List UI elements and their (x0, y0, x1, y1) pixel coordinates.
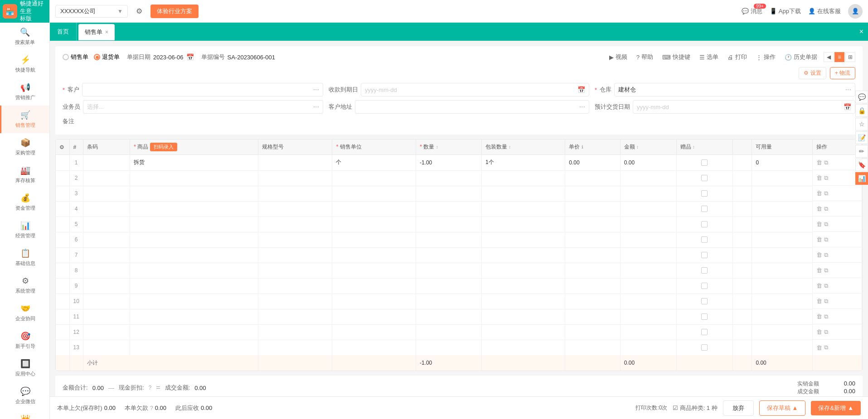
sidebar-item-operations[interactable]: 📊 经营管理 (0, 216, 49, 244)
row-unit-cell[interactable]: 个 (332, 155, 416, 171)
delete-row-icon[interactable]: 🗑 (816, 344, 822, 351)
row-op-cell[interactable]: 🗑 ⧉ (813, 170, 862, 186)
copy-row-icon[interactable]: ⧉ (824, 298, 828, 305)
row-unit-cell[interactable] (332, 186, 416, 201)
row-product-cell[interactable] (130, 294, 258, 309)
sidebar-item-system[interactable]: ⚙ 系统管理 (0, 271, 49, 299)
copy-row-icon[interactable]: ⧉ (824, 205, 828, 212)
row-op-cell[interactable]: 🗑 ⧉ (813, 247, 862, 263)
row-barcode-cell[interactable] (83, 201, 130, 217)
rf-chat-icon[interactable]: 💬 (855, 91, 868, 103)
sidebar-item-finance[interactable]: 💰 资金管理 (0, 188, 49, 216)
row-op-cell[interactable]: 🗑 ⧉ (813, 340, 862, 355)
row-pkg-cell[interactable] (481, 247, 565, 263)
due-date-calendar-icon[interactable]: 📅 (577, 86, 585, 93)
row-price-cell[interactable] (565, 186, 620, 201)
rf-note-icon[interactable]: 📝 (855, 131, 868, 144)
row-price-cell[interactable] (565, 324, 620, 340)
sidebar-search[interactable]: 🔍 搜索菜单 (0, 23, 49, 50)
row-amount-cell[interactable] (620, 309, 676, 324)
row-quantity-cell[interactable] (416, 201, 481, 217)
calendar-icon[interactable]: 📅 (186, 53, 194, 61)
due-date-input[interactable]: yyyy-mm-dd 📅 (361, 83, 589, 96)
radio-return-order[interactable]: 退货单 (94, 53, 120, 61)
grid-view-btn[interactable]: ⊞ (845, 52, 855, 62)
delete-row-icon[interactable]: 🗑 (816, 267, 822, 274)
row-barcode-cell[interactable] (83, 217, 130, 232)
row-product-cell[interactable] (130, 340, 258, 355)
row-spec-cell[interactable] (258, 340, 332, 355)
row-gift-cell[interactable] (676, 278, 732, 294)
copy-row-icon[interactable]: ⧉ (824, 221, 828, 228)
sidebar-item-basic[interactable]: 📋 基础信息 (0, 244, 49, 271)
row-amount-cell[interactable] (620, 186, 676, 201)
delete-row-icon[interactable]: 🗑 (816, 190, 822, 197)
copy-row-icon[interactable]: ⧉ (824, 159, 828, 166)
col-header-settings[interactable]: ⚙ (56, 140, 69, 155)
row-amount-cell[interactable] (620, 263, 676, 278)
row-unit-cell[interactable] (332, 232, 416, 247)
row-pkg-cell[interactable] (481, 263, 565, 278)
row-op-cell[interactable]: 🗑 ⧉ (813, 232, 862, 247)
row-op-cell[interactable]: 🗑 ⧉ (813, 309, 862, 324)
row-price-cell[interactable] (565, 170, 620, 186)
row-price-cell[interactable] (565, 263, 620, 278)
rf-pencil-icon[interactable]: ✏ (855, 145, 868, 158)
row-price-cell[interactable] (565, 340, 620, 355)
row-op-cell[interactable]: 🗑 ⧉ (813, 155, 862, 170)
save-new-button[interactable]: 保存&新增 ▲ (811, 401, 861, 415)
row-barcode-cell[interactable] (83, 324, 130, 340)
copy-row-icon[interactable]: ⧉ (824, 190, 828, 197)
row-price-cell[interactable] (565, 201, 620, 217)
row-unit-cell[interactable] (332, 309, 416, 324)
row-barcode-cell[interactable] (83, 186, 130, 201)
row-quantity-cell[interactable] (416, 217, 481, 232)
row-quantity-cell[interactable] (416, 309, 481, 324)
delete-row-icon[interactable]: 🗑 (816, 221, 822, 227)
customer-input[interactable]: ··· (82, 83, 323, 96)
sidebar-item-inventory[interactable]: 🏭 库存核算 (0, 161, 49, 188)
row-price-cell[interactable] (565, 232, 620, 247)
row-quantity-cell[interactable] (416, 170, 481, 186)
copy-row-icon[interactable]: ⧉ (824, 313, 828, 320)
row-gift-cell[interactable] (676, 309, 732, 324)
copy-row-icon[interactable]: ⧉ (824, 344, 828, 351)
copy-row-icon[interactable]: ⧉ (824, 328, 828, 336)
row-unit-cell[interactable] (332, 263, 416, 278)
row-gift-cell[interactable] (676, 201, 732, 217)
row-product-cell[interactable] (130, 217, 258, 232)
rf-star-icon[interactable]: ☆ (855, 118, 868, 130)
row-spec-cell[interactable] (258, 263, 332, 278)
row-product-cell[interactable] (130, 232, 258, 247)
product-kind-icon[interactable]: ☑ (673, 405, 678, 411)
print-button[interactable]: 🖨 打印 (725, 52, 750, 63)
message-button[interactable]: 💬 消息 99+ (742, 7, 762, 15)
sidebar-item-quick-nav[interactable]: ⚡ 快捷导航 (0, 50, 49, 78)
warehouse-input[interactable]: 建材仓 ··· (614, 83, 855, 96)
row-gift-cell[interactable] (676, 186, 732, 201)
row-barcode-cell[interactable] (83, 170, 130, 186)
salesperson-more-icon[interactable]: ··· (313, 103, 319, 111)
row-op-cell[interactable]: 🗑 ⧉ (813, 324, 862, 340)
copy-row-icon[interactable]: ⧉ (824, 236, 828, 243)
row-spec-cell[interactable] (258, 217, 332, 232)
expected-date-calendar-icon[interactable]: 📅 (844, 103, 851, 111)
history-button[interactable]: 🕐 历史单据 (782, 52, 820, 63)
copy-row-icon[interactable]: ⧉ (824, 251, 828, 259)
company-selector[interactable]: XXXXXX公司 ▼ (55, 5, 128, 18)
row-gift-cell[interactable] (676, 294, 732, 309)
row-quantity-cell[interactable] (416, 278, 481, 294)
row-op-cell[interactable]: 🗑 ⧉ (813, 294, 862, 309)
sidebar-item-purchase[interactable]: 📦 采购管理 (0, 133, 49, 161)
row-amount-cell[interactable] (620, 201, 676, 217)
row-product-cell[interactable] (130, 309, 258, 324)
row-quantity-cell[interactable]: -1.00 (416, 155, 481, 171)
row-spec-cell[interactable] (258, 247, 332, 263)
row-pkg-cell[interactable] (481, 170, 565, 186)
row-op-cell[interactable]: 🗑 ⧉ (813, 217, 862, 232)
row-unit-cell[interactable] (332, 340, 416, 355)
row-product-cell[interactable] (130, 278, 258, 294)
row-pkg-cell[interactable] (481, 324, 565, 340)
row-unit-cell[interactable] (332, 170, 416, 186)
row-product-cell[interactable] (130, 263, 258, 278)
